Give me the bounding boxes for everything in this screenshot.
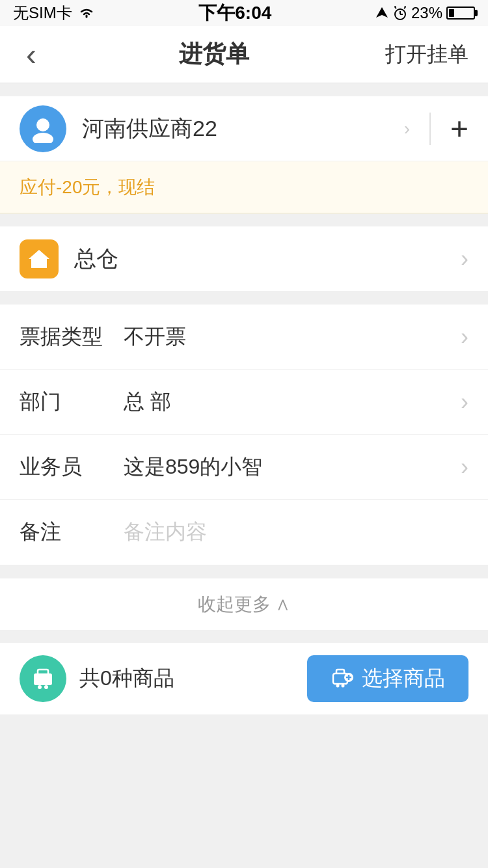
nav-bar: ‹ 进货单 打开挂单 xyxy=(0,26,488,83)
gps-icon xyxy=(375,6,389,20)
notice-banner: 应付-20元，现结 xyxy=(0,161,488,213)
collapse-row[interactable]: 收起更多 ∧ xyxy=(0,578,488,630)
invoice-chevron-icon xyxy=(461,323,468,351)
supplier-name: 河南供应商22 xyxy=(82,114,404,144)
staff-row[interactable]: 业务员 这是859的小智 xyxy=(0,435,488,500)
notice-text: 应付-20元，现结 xyxy=(20,177,155,197)
invoice-value: 不开票 xyxy=(111,323,461,351)
form-section: 票据类型 不开票 部门 总 部 业务员 这是859的小智 备注 备注内容 xyxy=(0,305,488,565)
wifi-icon xyxy=(77,7,96,20)
product-icon xyxy=(20,655,66,702)
svg-point-9 xyxy=(44,685,48,689)
svg-point-11 xyxy=(336,685,340,688)
svg-point-4 xyxy=(36,118,49,131)
status-left: 无SIM卡 xyxy=(13,3,96,23)
add-supplier-button[interactable]: + xyxy=(450,111,468,146)
staff-label: 业务员 xyxy=(20,453,111,481)
svg-marker-0 xyxy=(376,7,388,18)
status-time: 下午6:04 xyxy=(198,1,271,25)
staff-value: 这是859的小智 xyxy=(111,453,461,481)
gray-background xyxy=(0,714,488,845)
bottom-bar: 共0种商品 选择商品 xyxy=(0,643,488,714)
supplier-chevron-icon: › xyxy=(404,118,410,139)
page-title: 进货单 xyxy=(179,38,249,70)
alarm-icon xyxy=(393,6,407,20)
house-icon xyxy=(27,247,51,271)
select-product-button[interactable]: 选择商品 xyxy=(307,655,468,702)
supplier-avatar xyxy=(20,105,66,152)
product-count: 共0种商品 xyxy=(79,664,307,693)
dept-row[interactable]: 部门 总 部 xyxy=(0,370,488,435)
collapse-label: 收起更多 ∧ xyxy=(198,592,291,617)
dept-label: 部门 xyxy=(20,388,111,416)
back-button[interactable]: ‹ xyxy=(20,30,43,79)
supplier-row[interactable]: 河南供应商22 › + xyxy=(0,96,488,161)
open-pending-button[interactable]: 打开挂单 xyxy=(385,40,468,69)
invoice-label: 票据类型 xyxy=(20,323,111,351)
warehouse-chevron-icon xyxy=(461,245,468,273)
dept-value: 总 部 xyxy=(111,388,461,416)
top-divider xyxy=(0,83,488,96)
staff-chevron-icon xyxy=(461,454,468,481)
select-cart-icon xyxy=(331,667,354,690)
cart-icon xyxy=(30,666,56,692)
battery-percent: 23% xyxy=(411,4,442,22)
warehouse-icon xyxy=(20,239,59,278)
dept-chevron-icon xyxy=(461,388,468,416)
svg-marker-6 xyxy=(29,250,49,268)
svg-rect-7 xyxy=(34,673,52,685)
note-label: 备注 xyxy=(20,518,111,547)
note-input[interactable]: 备注内容 xyxy=(111,518,468,547)
status-bar: 无SIM卡 下午6:04 23% xyxy=(0,0,488,26)
svg-point-8 xyxy=(38,685,42,689)
supplier-divider xyxy=(429,113,431,145)
carrier-label: 无SIM卡 xyxy=(13,3,72,23)
battery-icon xyxy=(446,7,475,20)
warehouse-row[interactable]: 总仓 xyxy=(0,226,488,292)
warehouse-name: 总仓 xyxy=(74,244,461,274)
note-row[interactable]: 备注 备注内容 xyxy=(0,500,488,565)
invoice-row[interactable]: 票据类型 不开票 xyxy=(0,305,488,370)
mid-divider xyxy=(0,213,488,226)
select-product-label: 选择商品 xyxy=(362,664,445,693)
svg-point-12 xyxy=(342,685,345,688)
person-icon xyxy=(29,115,57,143)
svg-point-5 xyxy=(33,133,53,143)
status-right: 23% xyxy=(375,4,475,22)
